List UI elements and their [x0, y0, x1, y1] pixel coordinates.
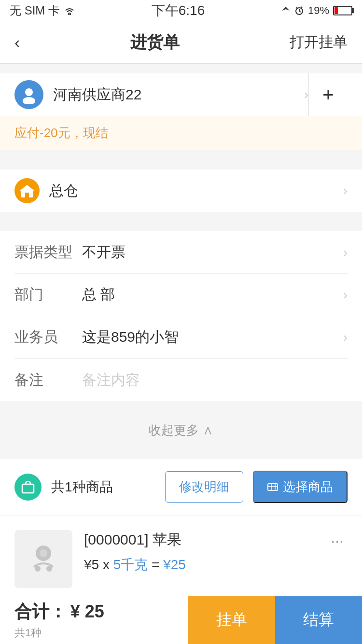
checkout-label: 结算 [303, 609, 334, 630]
svg-line-3 [296, 7, 297, 8]
cart-icon [267, 482, 279, 492]
product-price: ¥5 x 5千克 = ¥25 [84, 556, 315, 574]
gap-1 [0, 64, 362, 73]
supplier-name: 河南供应商22 [53, 85, 299, 105]
remark-label: 备注 [14, 370, 82, 390]
location-icon [281, 6, 291, 15]
gap-3 [0, 212, 362, 222]
alarm-icon [294, 6, 304, 15]
product-equals: = [152, 557, 163, 572]
nav-bar: ‹ 进货单 打开挂单 [0, 21, 362, 64]
invoice-type-value: 不开票 [82, 242, 343, 262]
product-quantity: 5千克 [113, 557, 148, 572]
svg-point-16 [40, 549, 47, 557]
page-title: 进货单 [130, 31, 180, 54]
supplier-chevron-icon: › [304, 87, 308, 102]
add-supplier-button[interactable]: + [309, 73, 348, 116]
form-section: 票据类型 不开票 › 部门 总 部 › 业务员 这是859的小智 › 备注 备注… [0, 231, 362, 401]
product-item: [0000001] 苹果 ¥5 x 5千克 = ¥25 ··· [0, 516, 362, 602]
salesman-chevron-icon: › [343, 330, 348, 345]
warehouse-row[interactable]: 总仓 › [14, 169, 348, 212]
collapse-label: 收起更多 ∧ [149, 422, 213, 439]
back-button[interactable]: ‹ [14, 33, 20, 52]
svg-marker-8 [20, 185, 34, 191]
department-label: 部门 [14, 285, 82, 305]
product-header: 共1种商品 修改明细 选择商品 [0, 459, 362, 515]
warehouse-section: 总仓 › [0, 169, 362, 212]
select-product-button[interactable]: 选择商品 [253, 471, 348, 503]
warehouse-icon [14, 178, 40, 203]
svg-line-4 [301, 7, 302, 8]
product-thumbnail [14, 530, 72, 588]
hang-single-button[interactable]: 挂单 [188, 596, 275, 644]
gap-2 [0, 150, 362, 160]
status-bar-right: 19% [281, 4, 352, 17]
supplier-row[interactable]: 河南供应商22 › [14, 73, 309, 116]
person-icon [20, 85, 38, 104]
remark-placeholder: 备注内容 [82, 370, 348, 390]
product-count-label: 共1种商品 [51, 478, 155, 496]
battery-percent: 19% [308, 4, 329, 17]
checkout-button[interactable]: 结算 [275, 596, 362, 644]
product-count-icon [14, 474, 42, 501]
product-total: ¥25 [163, 557, 186, 572]
total-label: 合计： [14, 602, 67, 621]
department-chevron-icon: › [343, 287, 348, 303]
warehouse-building-icon [20, 184, 34, 197]
total-amount: 合计： ¥ 25 [14, 600, 174, 624]
svg-point-18 [46, 566, 52, 572]
invoice-type-row[interactable]: 票据类型 不开票 › [14, 231, 348, 274]
open-hangsingle-button[interactable]: 打开挂单 [290, 32, 348, 52]
svg-rect-10 [22, 484, 34, 493]
svg-rect-11 [268, 484, 278, 490]
svg-point-6 [23, 97, 35, 104]
warehouse-name: 总仓 [49, 181, 343, 201]
edit-detail-button[interactable]: 修改明细 [165, 471, 243, 503]
collapse-more-button[interactable]: 收起更多 ∧ [0, 411, 362, 449]
wifi-icon [64, 6, 75, 15]
select-product-label: 选择商品 [283, 478, 333, 495]
salesman-value: 这是859的小智 [82, 327, 343, 347]
salesman-row[interactable]: 业务员 这是859的小智 › [14, 316, 348, 359]
total-value: ¥ 25 [70, 602, 104, 621]
shopping-bag-icon [20, 479, 36, 495]
warehouse-chevron-icon: › [343, 183, 348, 198]
remark-row[interactable]: 备注 备注内容 [14, 359, 348, 401]
svg-line-2 [299, 11, 301, 12]
invoice-type-label: 票据类型 [14, 242, 82, 262]
bottom-total: 合计： ¥ 25 共1种 [0, 596, 188, 644]
invoice-chevron-icon: › [343, 245, 348, 260]
hang-single-label: 挂单 [216, 609, 247, 630]
supplier-avatar [14, 80, 43, 109]
product-thumb-icon [24, 540, 63, 578]
status-bar: 无 SIM 卡 下午6:16 19% [0, 0, 362, 21]
salesman-label: 业务员 [14, 327, 82, 347]
total-count: 共1种 [14, 626, 174, 640]
status-bar-time: 下午6:16 [152, 1, 205, 20]
svg-point-5 [25, 88, 33, 96]
notice-text: 应付-20元，现结 [14, 126, 108, 140]
battery-icon [333, 6, 352, 15]
department-value: 总 部 [82, 285, 343, 305]
product-multiply: x [103, 557, 113, 572]
product-info: [0000001] 苹果 ¥5 x 5千克 = ¥25 [84, 530, 315, 574]
carrier-text: 无 SIM 卡 [10, 3, 60, 18]
product-more-button[interactable]: ··· [327, 530, 348, 552]
product-unit-price: ¥5 [84, 557, 99, 572]
notice-banner: 应付-20元，现结 [0, 116, 362, 150]
svg-point-17 [35, 566, 41, 572]
product-name: [0000001] 苹果 [84, 530, 315, 550]
bottom-bar: 合计： ¥ 25 共1种 挂单 结算 [0, 596, 362, 644]
department-row[interactable]: 部门 总 部 › [14, 274, 348, 316]
status-bar-left: 无 SIM 卡 [10, 3, 75, 18]
supplier-section: 河南供应商22 › + [0, 73, 362, 116]
svg-rect-9 [25, 193, 29, 197]
